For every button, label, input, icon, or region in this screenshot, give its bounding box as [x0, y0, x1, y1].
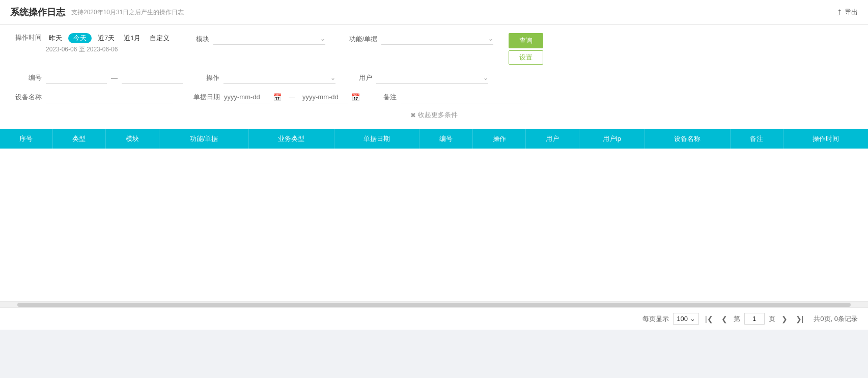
module-select[interactable]: ⌄: [213, 33, 325, 45]
collapse-label: 收起更多条件: [418, 110, 458, 120]
export-button[interactable]: ⮥ 导出: [835, 8, 858, 17]
time-btn-1month[interactable]: 近1月: [121, 33, 144, 43]
filter-row-2: 编号 — 操作 ⌄ 用户 ⌄: [10, 72, 858, 84]
page-subtitle: 支持2020年10月31日之后产生的操作日志: [71, 8, 184, 17]
operation-filter: 操作 ⌄: [203, 72, 335, 84]
table-body: [0, 149, 868, 301]
table-header-row: 序号 类型 模块 功能/单据 业务类型 单据日期 编号 操作 用户 用户ip 设…: [0, 129, 868, 149]
col-remark: 备注: [730, 129, 783, 149]
page-title: 系统操作日志: [10, 6, 65, 18]
time-filter-group: 昨天 今天 近7天 近1月 自定义 2023-06-06 至 2023-06-0…: [46, 33, 173, 54]
function-chevron-icon: ⌄: [488, 35, 493, 42]
user-chevron-icon: ⌄: [483, 74, 488, 81]
col-date: 单据日期: [334, 129, 419, 149]
device-filter: 设备名称: [10, 91, 173, 103]
number-input-start[interactable]: [46, 72, 107, 84]
page-unit: 页: [769, 314, 775, 324]
per-page-select[interactable]: 100 ⌄: [673, 313, 699, 325]
operation-select[interactable]: ⌄: [223, 72, 335, 84]
remark-input[interactable]: [401, 91, 528, 103]
time-filter: 操作时间 昨天 今天 近7天 近1月 自定义 2023-06-06 至 2023…: [10, 33, 173, 54]
table-header: 序号 类型 模块 功能/单据 业务类型 单据日期 编号 操作 用户 用户ip 设…: [0, 129, 868, 149]
per-page-label: 每页显示: [642, 314, 669, 324]
time-btn-7days[interactable]: 近7天: [95, 33, 118, 43]
col-device: 设备名称: [645, 129, 730, 149]
per-page-chevron-icon: ⌄: [690, 315, 695, 323]
number-label: 编号: [10, 73, 46, 82]
function-label: 功能/单据: [346, 35, 381, 44]
date-end-input[interactable]: [302, 91, 348, 103]
function-select[interactable]: ⌄: [381, 33, 493, 45]
filter-area: 操作时间 昨天 今天 近7天 近1月 自定义 2023-06-06 至 2023…: [0, 25, 868, 129]
number-filter: 编号 —: [10, 72, 183, 84]
main-layout: 系统操作日志 支持2020年10月31日之后产生的操作日志 ⮥ 导出 操作时间 …: [0, 0, 868, 378]
module-label: 模块: [193, 35, 213, 44]
user-label: 用户: [356, 73, 376, 82]
filter-row-3: 设备名称 单据日期 📅 — 📅 备注: [10, 91, 858, 103]
col-number: 序号: [0, 129, 52, 149]
collapse-bar: ✖ 收起更多条件: [10, 107, 858, 121]
col-operation: 操作: [472, 129, 525, 149]
col-user: 用户: [526, 129, 579, 149]
col-function: 功能/单据: [159, 129, 248, 149]
export-icon: ⮥: [835, 8, 843, 16]
per-page-value: 100: [677, 315, 688, 323]
col-module: 模块: [106, 129, 159, 149]
data-table: 序号 类型 模块 功能/单据 业务类型 单据日期 编号 操作 用户 用户ip 设…: [0, 129, 868, 301]
prev-page-button[interactable]: ❮: [719, 314, 730, 324]
next-page-button[interactable]: ❯: [779, 314, 790, 324]
time-label: 操作时间: [10, 33, 46, 42]
scroll-thumb: [17, 303, 851, 307]
page-header: 系统操作日志 支持2020年10月31日之后产生的操作日志 ⮥ 导出: [0, 0, 868, 25]
col-code: 编号: [419, 129, 472, 149]
time-btn-custom[interactable]: 自定义: [147, 33, 173, 43]
operation-chevron-icon: ⌄: [330, 74, 335, 81]
calendar-start-icon[interactable]: 📅: [273, 93, 282, 101]
col-type: 类型: [52, 129, 105, 149]
operation-label: 操作: [203, 73, 223, 82]
export-label: 导出: [845, 8, 858, 17]
date-start-input[interactable]: [224, 91, 270, 103]
col-user-ip: 用户ip: [579, 129, 645, 149]
time-range-text: 2023-06-06 至 2023-06-06: [46, 45, 173, 54]
number-separator: —: [111, 74, 118, 82]
single-date-label: 单据日期: [193, 93, 224, 102]
remark-label: 备注: [380, 93, 401, 102]
date-input-group: 📅 — 📅: [224, 91, 360, 103]
settings-button[interactable]: 设置: [509, 50, 543, 65]
collapse-button[interactable]: ✖ 收起更多条件: [410, 110, 458, 120]
function-filter: 功能/单据 ⌄: [346, 33, 493, 45]
col-biz-type: 业务类型: [249, 129, 334, 149]
device-label: 设备名称: [10, 93, 46, 102]
filter-row-1: 操作时间 昨天 今天 近7天 近1月 自定义 2023-06-06 至 2023…: [10, 33, 858, 65]
table-footer: 每页显示 100 ⌄ |❮ ❮ 第 页 ❯ ❯| 共0页, 0条记录: [0, 307, 868, 330]
user-select[interactable]: ⌄: [376, 72, 488, 84]
calendar-end-icon[interactable]: 📅: [351, 93, 360, 101]
scroll-area[interactable]: [0, 301, 868, 307]
user-filter: 用户 ⌄: [356, 72, 488, 84]
date-separator: —: [289, 94, 295, 101]
module-chevron-icon: ⌄: [320, 35, 325, 42]
col-op-time: 操作时间: [783, 129, 868, 149]
action-buttons: 查询 设置: [509, 33, 543, 65]
time-buttons: 昨天 今天 近7天 近1月 自定义: [46, 33, 173, 43]
collapse-chevron-icon: ✖: [410, 111, 416, 119]
last-page-button[interactable]: ❯|: [794, 314, 806, 324]
time-btn-today[interactable]: 今天: [68, 33, 92, 43]
module-filter: 模块 ⌄: [193, 33, 325, 45]
time-btn-yesterday[interactable]: 昨天: [46, 33, 65, 43]
content-area: 序号 类型 模块 功能/单据 业务类型 单据日期 编号 操作 用户 用户ip 设…: [0, 129, 868, 378]
total-text: 共0页, 0条记录: [814, 314, 858, 324]
page-label: 第: [734, 314, 740, 324]
remark-filter: 备注: [380, 91, 528, 103]
first-page-button[interactable]: |❮: [703, 314, 715, 324]
table-container: 序号 类型 模块 功能/单据 业务类型 单据日期 编号 操作 用户 用户ip 设…: [0, 129, 868, 301]
number-input-end[interactable]: [122, 72, 183, 84]
query-button[interactable]: 查询: [509, 33, 543, 48]
date-filter: 单据日期 📅 — 📅: [193, 91, 360, 103]
device-input[interactable]: [46, 91, 173, 103]
header-left: 系统操作日志 支持2020年10月31日之后产生的操作日志: [10, 6, 184, 18]
page-input[interactable]: [744, 313, 765, 325]
